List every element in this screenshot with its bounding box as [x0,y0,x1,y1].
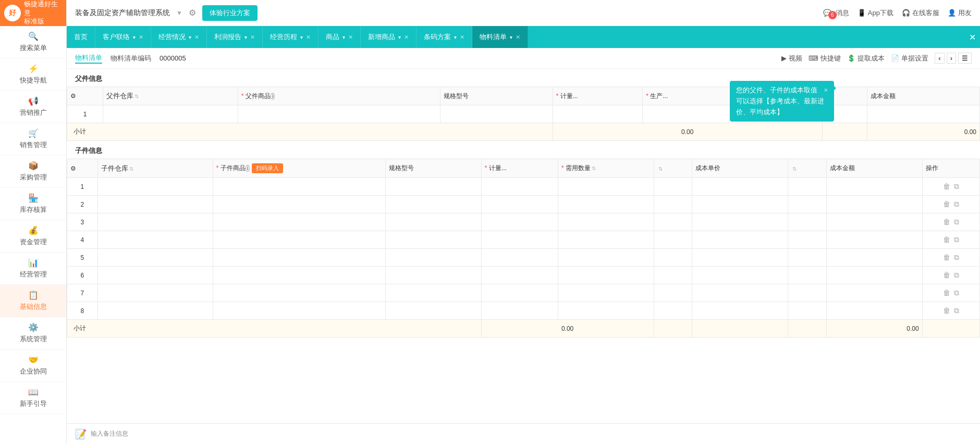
settings-icon[interactable]: ⚙ [189,8,196,18]
child-qty-8[interactable] [558,302,654,320]
child-product-1[interactable] [213,178,385,196]
copy-icon-2[interactable]: ⧉ [954,200,959,208]
extract-cost-btn[interactable]: 💲 提取成本 [847,54,885,63]
delete-icon-5[interactable]: 🗑 [943,253,950,261]
copy-icon-1[interactable]: ⧉ [954,182,959,190]
tab-close-icon[interactable]: ✕ [460,34,464,41]
tab-operation-status[interactable]: 经营情况 ▾ ✕ [151,26,207,48]
sub-tab-bom-list[interactable]: 物料清单 [75,53,102,64]
delete-icon-4[interactable]: 🗑 [943,235,950,244]
child-product-5[interactable] [213,249,385,267]
sidebar-item-system[interactable]: ⚙️ 系统管理 [0,317,66,350]
online-service-item[interactable]: 🎧 在线客服 [902,8,939,18]
copy-icon-6[interactable]: ⧉ [954,271,959,279]
tab-close-icon[interactable]: ✕ [139,34,143,41]
child-product-8[interactable] [213,302,385,320]
tab-new-products[interactable]: 新增商品 ▾ ✕ [361,26,416,48]
copy-icon-4[interactable]: ⧉ [954,235,959,244]
parent-unit-cell[interactable] [553,105,643,123]
grid-view-btn[interactable]: ☰ [958,53,972,64]
child-price-6[interactable] [692,267,788,284]
child-qty-1[interactable] [558,178,654,196]
parent-warehouse-cell[interactable] [103,105,238,123]
view-btn[interactable]: ▶ 视频 [781,54,802,63]
child-warehouse-4[interactable] [97,231,213,249]
tab-close-icon[interactable]: ✕ [516,34,520,41]
copy-icon-8[interactable]: ⧉ [954,306,959,315]
parent-production-cell[interactable] [643,105,733,123]
child-spec-4[interactable] [385,231,481,249]
child-warehouse-8[interactable] [97,302,213,320]
sidebar-item-inventory[interactable]: 🏪 库存核算 [0,188,66,220]
delete-icon-1[interactable]: 🗑 [943,182,950,190]
tab-operation-history[interactable]: 经营历程 ▾ ✕ [263,26,318,48]
tab-close-icon[interactable]: ✕ [306,34,311,41]
note-icon[interactable]: 📝 [75,428,87,440]
child-price-7[interactable] [692,284,788,302]
child-unit-5[interactable] [481,249,558,267]
child-unit-1[interactable] [481,178,558,196]
delete-icon-7[interactable]: 🗑 [943,289,950,297]
child-spec-3[interactable] [385,213,481,231]
sidebar-item-operation[interactable]: 📊 经营管理 [0,253,66,285]
child-spec-7[interactable] [385,284,481,302]
message-item[interactable]: 💬 6 消息 [823,8,849,18]
child-qty-2[interactable] [558,196,654,213]
user-item[interactable]: 👤 用友 [948,8,972,18]
child-spec-1[interactable] [385,178,481,196]
child-product-6[interactable] [213,267,385,284]
child-qty-6[interactable] [558,267,654,284]
delete-icon-2[interactable]: 🗑 [943,200,950,208]
child-unit-3[interactable] [481,213,558,231]
col-settings-header[interactable]: ⚙ [67,87,103,105]
child-price-1[interactable] [692,178,788,196]
sidebar-item-search[interactable]: 🔍 搜索菜单 [0,26,66,58]
child-spec-6[interactable] [385,267,481,284]
child-price-2[interactable] [692,196,788,213]
child-spec-5[interactable] [385,249,481,267]
sidebar-item-guide[interactable]: 📖 新手引导 [0,382,66,414]
bottom-hint[interactable]: 输入备注信息 [91,429,128,438]
tab-products[interactable]: 商品 ▾ ✕ [318,26,361,48]
sidebar-item-basic[interactable]: 📋 基础信息 [0,285,66,317]
child-unit-8[interactable] [481,302,558,320]
next-btn[interactable]: › [947,53,956,64]
sidebar-item-purchase[interactable]: 📦 采购管理 [0,155,66,188]
experience-btn[interactable]: 体验行业方案 [202,5,258,21]
sidebar-item-marketing[interactable]: 📢 营销推广 [0,91,66,123]
tab-bom[interactable]: 物料清单 ▾ ✕ [472,26,528,48]
tab-barcode[interactable]: 条码方案 ▾ ✕ [416,26,472,48]
child-spec-8[interactable] [385,302,481,320]
single-settings-btn[interactable]: 📄 单据设置 [891,54,928,63]
copy-icon-5[interactable]: ⧉ [954,253,959,261]
child-price-5[interactable] [692,249,788,267]
child-spec-2[interactable] [385,196,481,213]
close-window-icon[interactable]: ✕ [965,32,980,42]
child-qty-3[interactable] [558,213,654,231]
child-price-4[interactable] [692,231,788,249]
child-product-2[interactable] [213,196,385,213]
sidebar-item-sales[interactable]: 🛒 销售管理 [0,123,66,155]
copy-icon-7[interactable]: ⧉ [954,289,959,297]
child-unit-2[interactable] [481,196,558,213]
parent-spec-cell[interactable] [440,105,553,123]
shortcut-btn[interactable]: ⌨ 快捷键 [808,54,841,63]
col-child-settings-header[interactable]: ⚙ [67,159,98,178]
child-qty-4[interactable] [558,231,654,249]
child-warehouse-1[interactable] [97,178,213,196]
delete-icon-6[interactable]: 🗑 [943,271,950,279]
child-price-8[interactable] [692,302,788,320]
child-unit-4[interactable] [481,231,558,249]
sidebar-item-quicknav[interactable]: ⚡ 快捷导航 [0,58,66,91]
copy-icon-3[interactable]: ⧉ [954,218,959,226]
col-child-warehouse-header[interactable]: 子件仓库⇅ [97,159,213,178]
child-product-7[interactable] [213,284,385,302]
tab-close-icon[interactable]: ✕ [250,34,255,41]
scan-input-btn[interactable]: 扫码录入 [252,163,283,173]
parent-product-cell[interactable] [238,105,440,123]
tab-customer[interactable]: 客户联络 ▾ ✕ [95,26,151,48]
child-price-3[interactable] [692,213,788,231]
child-warehouse-7[interactable] [97,284,213,302]
child-qty-7[interactable] [558,284,654,302]
child-warehouse-6[interactable] [97,267,213,284]
